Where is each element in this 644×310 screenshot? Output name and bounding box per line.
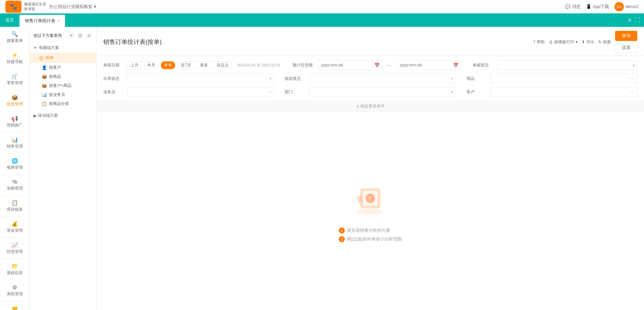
collapse-bar[interactable]: ∧ 收起更多条件: [97, 101, 644, 111]
sidebar-item-finance[interactable]: 💰 资金管理: [0, 217, 29, 238]
help-icon: ?: [533, 40, 535, 44]
refresh-button[interactable]: ↻ 刷新: [598, 39, 611, 45]
download-button[interactable]: 📱 App下载: [586, 4, 609, 10]
empty-tips: 1 请先选择要分析的方案 2 用[过滤]条件来缩小分析范围: [339, 226, 401, 244]
product-input[interactable]: [491, 73, 637, 84]
message-button[interactable]: 💬 消息: [565, 4, 581, 10]
refresh-icon: ↻: [598, 40, 602, 44]
sidebar-item-search[interactable]: 🔍 搜索菜单: [0, 27, 29, 48]
tip-text-1: 请先选择要分析的方案: [347, 226, 390, 235]
purchase-icon: 🛍: [3, 179, 26, 185]
date-separator: —: [387, 63, 391, 68]
system-icon: ⚙: [3, 284, 26, 291]
sidebar-item-basic[interactable]: 📁 基础信息: [0, 259, 29, 280]
pc-group-label: 电脑端方案: [39, 45, 59, 51]
date-button-group: 上月 本月 本年 近7天 更多 自定义: [127, 61, 232, 69]
user-menu[interactable]: Ea demo2: [614, 2, 639, 11]
logo-line2: 标准版: [24, 7, 46, 11]
status-field: ▾: [497, 60, 637, 70]
marketing-icon: 📢: [3, 115, 26, 122]
by-customer-product-label: 按客户+商品: [49, 83, 71, 89]
print-button[interactable]: 🖨 按模板打印 ▾: [549, 39, 578, 45]
date-btn-this-year[interactable]: 本年: [161, 61, 175, 69]
collapse-text: ∧ 收起更多条件: [356, 103, 385, 109]
sidebar-item-label: 资金管理: [3, 228, 26, 234]
sidebar-item-inventory[interactable]: 📋 库存核算: [0, 196, 29, 217]
department-label: 部门: [285, 89, 304, 95]
sidebar-item-retail[interactable]: 🛒 零售管理: [0, 69, 29, 90]
sidebar-item-label: 采购管理: [3, 186, 26, 191]
sidebar-item-marketing[interactable]: 📢 营销推广: [0, 111, 29, 133]
tab-home[interactable]: 首页: [0, 13, 19, 27]
delivery-date-start-input[interactable]: [318, 60, 382, 70]
tab-home-label: 首页: [5, 17, 14, 23]
query-button[interactable]: 查询: [615, 31, 637, 41]
chevron-down-icon: ▾: [94, 4, 96, 9]
tab-close-icon[interactable]: ×: [57, 18, 60, 23]
date-btn-more[interactable]: 更多: [197, 61, 211, 69]
scheme-item-by-salesperson[interactable]: 📊 按业务员: [30, 90, 96, 99]
date-btn-last-month[interactable]: 上月: [127, 61, 142, 69]
tab-maximize-icon[interactable]: ⛶: [635, 17, 640, 23]
sidebar-item-ecommerce[interactable]: 🌐 电商管理: [0, 154, 29, 175]
tip-text-2: 用[过滤]条件来缩小分析范围: [347, 235, 401, 244]
tab-sales-order[interactable]: 销售订单统计表 ×: [19, 15, 65, 27]
empty-illustration: ?: [350, 178, 390, 219]
salesperson-label: 业务员: [103, 89, 122, 95]
avatar: Ea: [614, 2, 624, 11]
help-button[interactable]: ? 帮助: [533, 39, 545, 45]
by-order-label: 按单: [46, 55, 54, 61]
sidebar-item-enterprise[interactable]: 🤝 企业协同: [0, 301, 29, 310]
app-selector[interactable]: 办公用品行业模拟账套 ▾: [49, 4, 96, 10]
by-product-label: 按商品: [49, 74, 61, 80]
user-name: demo2: [625, 4, 639, 9]
settings-button[interactable]: 设置: [615, 42, 637, 53]
collapse-scheme-button[interactable]: «: [86, 32, 92, 39]
product-field: ···: [491, 73, 637, 84]
payment-status-field: ▾: [309, 73, 455, 84]
empty-svg: ?: [350, 178, 390, 218]
sidebar-item-purchase[interactable]: 🛍 采购管理: [0, 175, 29, 196]
scheme-item-by-customer[interactable]: 👤 按客户: [30, 63, 96, 72]
export-button[interactable]: ⬇ 导出: [582, 39, 594, 45]
payment-status-select[interactable]: [309, 73, 455, 84]
logo-line1: 畅捷通好生意: [24, 2, 46, 6]
scheme-item-by-product-category[interactable]: 📋 按商品分类: [30, 99, 96, 108]
customer-input[interactable]: [491, 87, 637, 97]
scheme-item-by-order[interactable]: ◎ 按单: [30, 53, 96, 63]
date-btn-this-month[interactable]: 本月: [144, 61, 158, 69]
sidebar-item-system[interactable]: ⚙ 系统管理: [0, 280, 29, 301]
main-layout: 🔍 搜索菜单 ⚡ 快捷导航 🛒 零售管理 📦 批发管理 📢 营销推广 📊 销售管…: [0, 27, 644, 310]
refresh-label: 刷新: [603, 39, 611, 45]
scheme-header: 按以下方案查询 + ⊙ «: [30, 30, 96, 42]
sidebar-item-sales[interactable]: 📊 销售管理: [0, 133, 29, 154]
by-product-category-icon: 📋: [42, 101, 47, 106]
topbar-left: 🐾 畅捷通好生意 标准版 办公用品行业模拟账套 ▾: [5, 1, 96, 13]
edit-scheme-button[interactable]: ⊙: [77, 32, 84, 39]
customer-field: ···: [491, 87, 637, 97]
sidebar-item-label: 库存核算: [3, 207, 26, 212]
tab-close-all-icon[interactable]: ✕: [628, 17, 632, 23]
delivery-status-select[interactable]: [127, 73, 274, 84]
date-btn-7days[interactable]: 近7天: [178, 61, 194, 69]
delivery-date-start-group: 📅: [318, 60, 382, 70]
scheme-item-by-product[interactable]: 📦 按商品: [30, 72, 96, 81]
department-select[interactable]: [309, 87, 455, 97]
sidebar-item-operations[interactable]: 📈 经营管理: [0, 238, 29, 259]
delivery-date-end-input[interactable]: [397, 60, 461, 70]
salesperson-input[interactable]: [127, 87, 274, 97]
status-select[interactable]: [497, 60, 637, 70]
retail-icon: 🛒: [3, 73, 26, 80]
topbar: 🐾 畅捷通好生意 标准版 办公用品行业模拟账套 ▾ 💬 消息 📱 App下载 E…: [0, 0, 644, 13]
add-scheme-button[interactable]: +: [68, 32, 75, 39]
by-salesperson-label: 按业务员: [49, 92, 65, 98]
sidebar-item-wholesale[interactable]: 📦 批发管理: [0, 90, 29, 111]
user-initial: Ea: [617, 5, 622, 9]
date-btn-custom[interactable]: 自定义: [214, 61, 232, 69]
mobile-scheme-group-title[interactable]: ▶ 移动端方案: [30, 111, 96, 120]
collapse-label: 收起更多条件: [361, 103, 385, 109]
sidebar-item-shortcuts[interactable]: ⚡ 快捷导航: [0, 48, 29, 69]
scheme-item-by-customer-product[interactable]: 📦 按客户+商品: [30, 81, 96, 90]
by-order-icon: ◎: [39, 55, 44, 61]
pc-scheme-group-title[interactable]: ▼ 电脑端方案: [30, 43, 96, 53]
